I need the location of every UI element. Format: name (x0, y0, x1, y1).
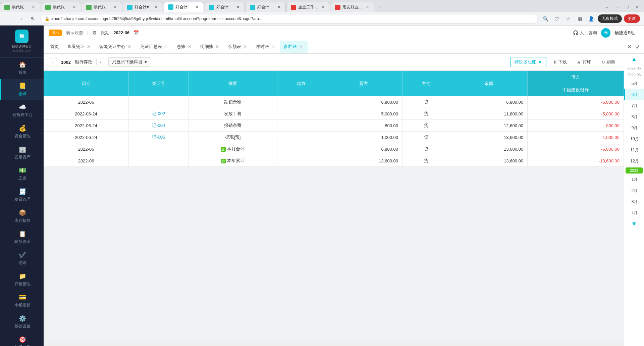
tab-close-1[interactable]: ✕ (31, 5, 36, 10)
tab-close-4[interactable]: ✕ (153, 5, 159, 10)
print-button[interactable]: 🖨 打印 (574, 57, 595, 67)
month-item[interactable]: 11月 (624, 145, 644, 156)
month-item[interactable]: 10月 (624, 134, 644, 145)
browser-tab-4[interactable]: 好会计♥ ✕ (123, 2, 163, 12)
sidebar-item-invoice[interactable]: 🧾 发票管理 (0, 185, 44, 206)
tab-smart-voucher-close[interactable]: ✕ (127, 44, 132, 49)
sidebar-toggle-icon[interactable]: ▦ (575, 14, 584, 23)
forward-button[interactable]: → (16, 14, 25, 23)
star-icon[interactable]: ☆ (564, 14, 573, 23)
refresh-button[interactable]: ↻ 刷新 (598, 57, 619, 67)
tab-general-ledger-close[interactable]: ✕ (187, 44, 192, 49)
month-item[interactable]: 8月 (624, 111, 644, 122)
voucher-link[interactable]: 记-004 (129, 120, 189, 132)
sidebar-item-guide[interactable]: 🎯 新手引导 (0, 333, 44, 346)
sidebar-item-salary[interactable]: 💵 工资 (0, 163, 44, 185)
update-button[interactable]: 更新 (624, 14, 640, 23)
calendar-icon[interactable]: 📅 (133, 30, 139, 35)
special-ledger-button[interactable]: 特殊多栏账 ▼ (510, 57, 546, 67)
months-scroll-up[interactable]: ▲ (624, 54, 644, 65)
month-item-2023[interactable]: 1月 (624, 174, 644, 185)
tab-home[interactable]: 首页 (46, 41, 63, 53)
next-account-button[interactable]: › (96, 58, 104, 66)
tab-sequence[interactable]: 序时账 ✕ (252, 41, 280, 53)
tab-close-5[interactable]: ✕ (194, 4, 200, 10)
sidebar-item-inventory[interactable]: 📦 库存核算 (0, 206, 44, 227)
browser-tab-6[interactable]: 好会计 ✕ (205, 2, 245, 12)
prev-account-button[interactable]: ‹ (49, 58, 57, 66)
consultant-button[interactable]: 🎧 人工咨询 (573, 30, 597, 36)
tab-close-8[interactable]: ✕ (320, 5, 326, 10)
month-item-2023[interactable]: 2月 (624, 185, 644, 196)
sidebar-item-assets[interactable]: 🏢 固定资产 (0, 142, 44, 163)
sidebar-item-expense[interactable]: 💳 小畅报销 (0, 290, 44, 311)
tab-voucher-summary[interactable]: 凭证汇总表 ✕ (136, 41, 173, 53)
tab-smart-voucher[interactable]: 智能凭证中心 ✕ (95, 41, 136, 53)
tab-multi-column-close[interactable]: ✕ (298, 44, 304, 49)
months-scroll-down[interactable]: ▼ (624, 218, 644, 230)
sidebar-item-settings[interactable]: ⚙️ 基础设置 (0, 311, 44, 333)
tab-close-7[interactable]: ✕ (276, 5, 281, 10)
horizontal-scrollbar[interactable] (44, 342, 624, 346)
account-settings-icon[interactable]: ⚙ (92, 30, 97, 36)
address-bar: ← → ↻ 🔒 cloud2.chanjet.com/accounting/uh… (0, 12, 644, 26)
browser-tab-2[interactable]: 易代账 ✕ (41, 2, 81, 12)
tab-close-2[interactable]: ✕ (71, 5, 77, 10)
voucher-link[interactable]: 记-006 (129, 132, 189, 143)
sidebar-item-funds[interactable]: 💰 资金管理 (0, 121, 44, 142)
browser-tab-3[interactable]: 易代账 ✕ (82, 2, 122, 12)
sidebar-item-archive[interactable]: 📁 归档管理 (0, 269, 44, 290)
sidebar-label-closing: 结账 (18, 260, 26, 266)
tab-view-voucher[interactable]: 查看凭证 ✕ (63, 41, 95, 53)
browser-tab-9[interactable]: 用友好业… ✕ (331, 2, 374, 12)
tab-detail-ledger[interactable]: 明细账 ✕ (196, 41, 224, 53)
profile-icon[interactable]: 👤 (586, 14, 596, 23)
sidebar-item-ledger[interactable]: 📒 总账 (0, 79, 44, 100)
search-icon[interactable]: 🔍 (541, 14, 550, 23)
month-item[interactable]: 9月 (624, 122, 644, 134)
sidebar-item-closing[interactable]: ✔️ 结账 (0, 248, 44, 269)
tab-voucher-summary-close[interactable]: ✕ (163, 44, 169, 49)
tab-sequence-close[interactable]: ✕ (270, 44, 276, 49)
tab-balance[interactable]: 余额表 ✕ (224, 41, 252, 53)
tab-detail-ledger-close[interactable]: ✕ (215, 44, 220, 49)
minimize-button[interactable]: ─ (613, 3, 621, 11)
month-item-2023[interactable]: 4月 (624, 207, 644, 218)
refresh-button[interactable]: ↻ (28, 14, 38, 23)
maximize-button[interactable]: □ (623, 3, 631, 11)
url-input[interactable]: 🔒 cloud2.chanjet.com/accounting/uh26t264… (40, 14, 538, 23)
tab-balance-close[interactable]: ✕ (243, 44, 248, 49)
shield-icon[interactable]: 🛡 (552, 14, 561, 23)
tab-close-9[interactable]: ✕ (365, 5, 370, 10)
tab-list-button[interactable]: ⌄ (603, 3, 611, 11)
month-item-2023[interactable]: 3月 (624, 196, 644, 207)
month-item[interactable]: 12月 (624, 156, 644, 167)
new-tab-button[interactable]: + (375, 2, 385, 12)
tab-multi-column[interactable]: 多栏账 ✕ (280, 41, 308, 53)
period-value[interactable]: 2022-06 (113, 30, 129, 35)
sidebar-item-report[interactable]: ☁️ 云报表中心 (0, 100, 44, 121)
expand-panel-icon[interactable]: ⤢ (634, 42, 641, 51)
month-item[interactable]: 7月 (624, 100, 644, 111)
month-item[interactable]: 5月 (624, 78, 644, 89)
voucher-link[interactable]: 记-002 (129, 108, 189, 120)
sidebar-item-home[interactable]: 🏠 首页 (0, 58, 44, 79)
download-button[interactable]: ⬇ 下载 (550, 57, 570, 67)
sidebar-label-assets: 固定资产 (14, 154, 31, 160)
close-button[interactable]: ✕ (633, 3, 641, 11)
close-panel-icon[interactable]: ✕ (626, 42, 633, 51)
sidebar-item-tax[interactable]: 📋 税务管理 (0, 227, 44, 248)
tab-general-ledger[interactable]: 总账 ✕ (173, 41, 196, 53)
browser-tab-1[interactable]: 易代账 ✕ (0, 2, 40, 12)
sub-filter-dropdown[interactable]: 只显示下级科目 ▼ (108, 57, 151, 67)
back-button[interactable]: ← (4, 14, 13, 23)
tab-close-3[interactable]: ✕ (112, 5, 118, 10)
wuhen-button[interactable]: 无痕模式 (598, 14, 622, 23)
month-item[interactable]: 6月 (624, 89, 644, 100)
balance-cell: 12,600.00 (450, 120, 528, 132)
browser-tab-7[interactable]: 好会计 ✕ (246, 2, 286, 12)
tab-view-voucher-close[interactable]: ✕ (86, 44, 91, 49)
browser-tab-8[interactable]: 企业工作… ✕ (286, 2, 330, 12)
tab-close-6[interactable]: ✕ (235, 5, 240, 10)
browser-tab-5[interactable]: 好会计 ✕ (164, 2, 204, 12)
